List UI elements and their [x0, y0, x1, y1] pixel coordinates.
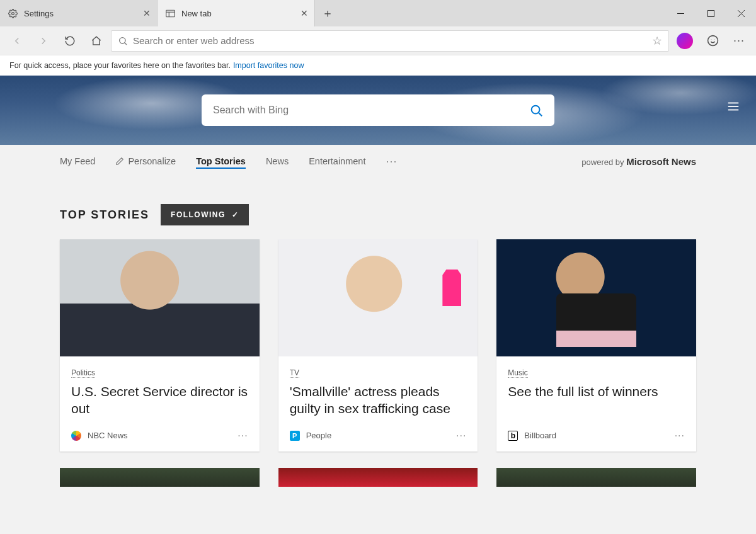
story-category[interactable]: TV — [290, 368, 299, 378]
story-headline: U.S. Secret Service director is out — [71, 383, 248, 418]
svg-point-10 — [707, 36, 718, 46]
page-icon — [165, 8, 175, 18]
story-thumbnail — [496, 239, 696, 356]
source-logo-icon — [71, 431, 81, 441]
svg-rect-1 — [166, 10, 175, 17]
story-cards-row: Politics U.S. Secret Service director is… — [0, 239, 756, 452]
pencil-icon — [115, 157, 124, 166]
svg-point-13 — [532, 106, 540, 114]
window-controls — [665, 0, 756, 26]
card-more-button[interactable]: ··· — [675, 430, 685, 441]
svg-point-0 — [11, 12, 14, 14]
card-more-button[interactable]: ··· — [456, 430, 466, 441]
titlebar: Settings ✕ New tab ✕ ＋ — [0, 0, 756, 26]
svg-rect-5 — [707, 10, 714, 16]
source-logo-icon: P — [290, 431, 300, 441]
feed-nav: My Feed Personalize Top Stories News Ent… — [0, 145, 756, 178]
nav-top-stories[interactable]: Top Stories — [196, 156, 246, 169]
story-card-peek[interactable] — [60, 468, 260, 487]
powered-prefix: powered by — [581, 157, 624, 167]
search-icon — [118, 36, 128, 46]
story-card[interactable]: Politics U.S. Secret Service director is… — [60, 239, 260, 452]
nav-label: Personalize — [128, 156, 176, 166]
powered-brand: Microsoft News — [626, 156, 696, 167]
story-card[interactable]: Music See the full list of winners Billb… — [496, 239, 696, 452]
tab-newtab[interactable]: New tab ✕ — [158, 0, 315, 26]
nav-more-button[interactable]: ··· — [386, 155, 397, 168]
gear-icon — [8, 8, 18, 18]
menu-button[interactable]: ··· — [727, 29, 751, 53]
home-button[interactable] — [84, 29, 108, 53]
story-source: Billboard — [524, 431, 556, 440]
hero-menu-button[interactable] — [726, 99, 740, 113]
back-button[interactable] — [5, 29, 29, 53]
bing-search-box[interactable] — [202, 94, 554, 126]
import-favorites-link[interactable]: Import favorites now — [233, 61, 304, 70]
content-area: My Feed Personalize Top Stories News Ent… — [0, 145, 756, 487]
story-category[interactable]: Politics — [71, 368, 95, 378]
nav-personalize[interactable]: Personalize — [115, 156, 176, 166]
story-category[interactable]: Music — [508, 368, 527, 378]
story-thumbnail — [60, 239, 260, 356]
maximize-button[interactable] — [696, 0, 726, 26]
search-icon[interactable] — [529, 103, 543, 117]
toolbar: ☆ ··· — [0, 26, 756, 55]
tab-label: New tab — [181, 9, 212, 18]
tab-settings[interactable]: Settings ✕ — [0, 0, 158, 26]
close-window-button[interactable] — [726, 0, 756, 26]
check-icon: ✓ — [232, 210, 239, 219]
tab-label: Settings — [24, 9, 54, 18]
story-thumbnail — [278, 239, 478, 356]
story-cards-row-peek — [0, 468, 756, 487]
powered-by: powered by Microsoft News — [581, 156, 696, 167]
close-icon[interactable]: ✕ — [301, 8, 308, 18]
feedback-smiley-icon[interactable] — [701, 29, 724, 53]
story-source: People — [306, 431, 331, 440]
refresh-button[interactable] — [58, 29, 82, 53]
story-card[interactable]: TV 'Smallville' actress pleads guilty in… — [278, 239, 478, 452]
card-more-button[interactable]: ··· — [238, 430, 248, 441]
favorite-star-icon[interactable]: ☆ — [652, 34, 662, 48]
nav-entertainment[interactable]: Entertainment — [309, 156, 365, 166]
favorites-hint: For quick access, place your favorites h… — [9, 61, 231, 70]
nav-news[interactable]: News — [266, 156, 289, 166]
bing-search-input[interactable] — [213, 105, 529, 116]
story-headline: See the full list of winners — [508, 383, 685, 400]
hero-banner — [0, 76, 756, 145]
story-card-peek[interactable] — [278, 468, 478, 487]
svg-point-8 — [120, 37, 125, 43]
nav-my-feed[interactable]: My Feed — [60, 156, 95, 166]
close-icon[interactable]: ✕ — [143, 8, 151, 18]
forward-button[interactable] — [32, 29, 55, 53]
favorites-bar: For quick access, place your favorites h… — [0, 55, 756, 76]
profile-avatar[interactable] — [677, 33, 693, 49]
follow-label: FOLLOWING — [171, 210, 226, 219]
story-headline: 'Smallville' actress pleads guilty in se… — [290, 383, 467, 418]
svg-line-9 — [125, 42, 127, 44]
following-button[interactable]: FOLLOWING ✓ — [161, 204, 249, 225]
section-title: TOP STORIES — [60, 208, 149, 222]
section-header: TOP STORIES FOLLOWING ✓ — [0, 178, 756, 239]
address-input[interactable] — [133, 35, 647, 46]
story-card-peek[interactable] — [496, 468, 696, 487]
svg-line-14 — [539, 113, 542, 116]
address-bar[interactable]: ☆ — [111, 30, 669, 52]
minimize-button[interactable] — [665, 0, 696, 26]
new-tab-button[interactable]: ＋ — [315, 0, 340, 26]
source-logo-icon — [508, 431, 518, 441]
story-source: NBC News — [88, 431, 128, 440]
